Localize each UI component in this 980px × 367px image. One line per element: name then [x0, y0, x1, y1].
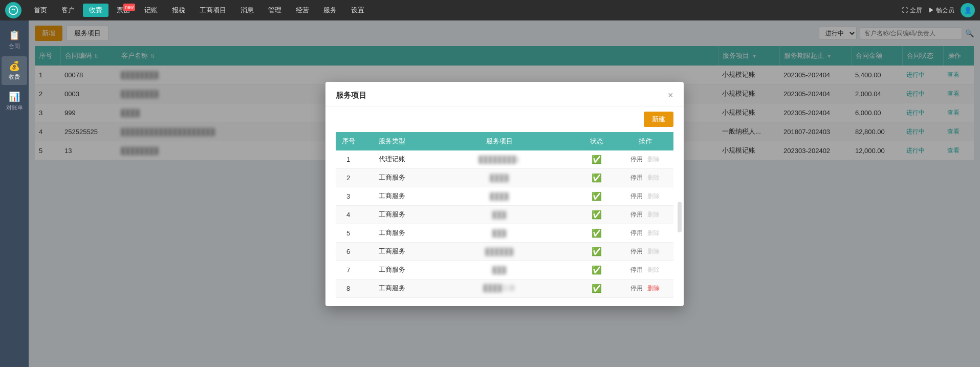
top-nav-right: ⛶ 全屏 ▶ 畅会员 👤 — [902, 3, 975, 17]
modal-cell-item: ██████ — [423, 242, 576, 261]
modal-cell-action[interactable]: 停用 删除 — [617, 224, 673, 242]
stop-button[interactable]: 停用 — [630, 174, 643, 181]
delete-button: 删除 — [647, 192, 660, 200]
modal-cell-action[interactable]: 停用 删除 — [617, 168, 673, 187]
stop-button[interactable]: 停用 — [630, 192, 643, 200]
status-check-icon: ✅ — [592, 247, 602, 256]
modal-col-status: 状态 — [576, 132, 617, 150]
sidebar-label-reconcile: 对账单 — [6, 104, 23, 112]
modal-cell-status: ✅ — [576, 205, 617, 224]
nav-settings[interactable]: 设置 — [345, 4, 371, 17]
modal-cell-type: 工商服务 — [361, 168, 423, 187]
modal-cell-status: ✅ — [576, 224, 617, 242]
nav-invoice[interactable]: 票据 new — [111, 4, 136, 17]
delete-button: 删除 — [647, 266, 660, 273]
modal-table-row: 4 工商服务 ███ ✅ 停用 删除 — [336, 205, 673, 224]
modal-col-action: 操作 — [617, 132, 673, 150]
member-btn[interactable]: ▶ 畅会员 — [928, 6, 954, 15]
modal-cell-item: ████████1 — [423, 150, 576, 169]
nav-service[interactable]: 服务 — [317, 4, 343, 17]
delete-button: 删除 — [647, 211, 660, 218]
status-check-icon: ✅ — [592, 266, 602, 274]
modal-cell-status: ✅ — [576, 242, 617, 261]
sidebar-item-fees[interactable]: 💰 收费 — [2, 56, 27, 85]
modal-cell-action[interactable]: 停用 删除 — [617, 205, 673, 224]
modal-cell-type: 工商服务 — [361, 205, 423, 224]
modal-cell-seq: 6 — [336, 242, 361, 261]
modal-table-row: 5 工商服务 ███ ✅ 停用 删除 — [336, 224, 673, 242]
modal-cell-status: ✅ — [576, 187, 617, 205]
modal-cell-status: ✅ — [576, 150, 617, 169]
modal-close-button[interactable]: × — [668, 90, 673, 101]
stop-button[interactable]: 停用 — [630, 229, 643, 236]
fullscreen-btn[interactable]: ⛶ 全屏 — [902, 6, 922, 15]
modal-cell-action[interactable]: 停用 删除 — [617, 261, 673, 279]
modal-table-row: 2 工商服务 ████ ✅ 停用 删除 — [336, 168, 673, 187]
avatar: 👤 — [961, 3, 975, 17]
modal-cell-seq: 7 — [336, 261, 361, 279]
nav-operations[interactable]: 经营 — [290, 4, 315, 17]
nav-msg[interactable]: 消息 — [234, 4, 260, 17]
stop-button[interactable]: 停用 — [630, 211, 643, 218]
sidebar-item-contract[interactable]: 📋 合同 — [2, 26, 27, 54]
status-check-icon: ✅ — [592, 210, 602, 219]
modal-table-row: 7 工商服务 ███ ✅ 停用 删除 — [336, 261, 673, 279]
nav-customer[interactable]: 客户 — [55, 4, 81, 17]
modal-cell-seq: 5 — [336, 224, 361, 242]
nav-tax[interactable]: 报税 — [166, 4, 191, 17]
modal-cell-status: ✅ — [576, 261, 617, 279]
nav-home[interactable]: 首页 — [28, 4, 53, 17]
modal-overlay: 服务项目 × 新建 序号 服务类型 服务项目 状态 — [29, 20, 980, 367]
delete-button: 删除 — [647, 248, 660, 255]
scrollbar[interactable] — [678, 202, 682, 232]
modal-cell-action[interactable]: 停用 删除 — [617, 242, 673, 261]
modal-cell-type: 工商服务 — [361, 187, 423, 205]
modal-cell-seq: 4 — [336, 205, 361, 224]
stop-button[interactable]: 停用 — [630, 248, 643, 255]
status-check-icon: ✅ — [592, 229, 602, 238]
modal-cell-action[interactable]: 停用 删除 — [617, 150, 673, 169]
modal-cell-type: 工商服务 — [361, 242, 423, 261]
nav-bookkeeping[interactable]: 记账 — [138, 4, 164, 17]
modal-cell-type: 工商服务 — [361, 261, 423, 279]
modal-cell-action[interactable]: 停用 删除 — [617, 187, 673, 205]
modal-col-item: 服务项目 — [423, 132, 576, 150]
service-modal: 服务项目 × 新建 序号 服务类型 服务项目 状态 — [325, 82, 684, 306]
status-check-icon: ✅ — [592, 192, 602, 201]
modal-cell-type: 代理记账 — [361, 150, 423, 169]
modal-cell-action[interactable]: 停用 删除 — [617, 279, 673, 297]
modal-cell-item: ███ — [423, 261, 576, 279]
nav-manage[interactable]: 管理 — [262, 4, 288, 17]
sidebar-label-fees: 收费 — [9, 73, 20, 81]
modal-cell-seq: 2 — [336, 168, 361, 187]
modal-cell-type: 工商服务 — [361, 279, 423, 297]
status-check-icon: ✅ — [592, 284, 602, 293]
modal-cell-item: ████注册 — [423, 279, 576, 297]
modal-toolbar: 新建 — [325, 106, 684, 132]
modal-table-wrap[interactable]: 序号 服务类型 服务项目 状态 操作 1 代理记账 ████████1 ✅ 停用… — [325, 132, 684, 306]
modal-table: 序号 服务类型 服务项目 状态 操作 1 代理记账 ████████1 ✅ 停用… — [336, 132, 673, 298]
delete-button[interactable]: 删除 — [647, 285, 660, 292]
modal-title: 服务项目 — [336, 91, 366, 100]
layout: 📋 合同 💰 收费 📊 对账单 新增 服务项目 进行中 已完成 已终止 🔍 — [0, 20, 980, 367]
delete-button: 删除 — [647, 229, 660, 236]
stop-button[interactable]: 停用 — [630, 156, 643, 163]
stop-button[interactable]: 停用 — [630, 285, 643, 292]
svg-point-0 — [9, 6, 18, 15]
delete-button: 删除 — [647, 156, 660, 163]
delete-button: 删除 — [647, 174, 660, 181]
sidebar-item-reconcile[interactable]: 📊 对账单 — [2, 87, 27, 116]
modal-cell-item: ████ — [423, 168, 576, 187]
nav-fees[interactable]: 收费 — [83, 4, 108, 17]
modal-table-row: 8 工商服务 ████注册 ✅ 停用 删除 — [336, 279, 673, 297]
modal-header: 服务项目 × — [325, 82, 684, 106]
modal-cell-type: 工商服务 — [361, 224, 423, 242]
top-nav: 首页 客户 收费 票据 new 记账 报税 工商项目 消息 管理 经营 服务 设… — [0, 0, 980, 20]
status-check-icon: ✅ — [592, 155, 602, 164]
nav-biz[interactable]: 工商项目 — [193, 4, 232, 17]
stop-button[interactable]: 停用 — [630, 266, 643, 273]
modal-col-type: 服务类型 — [361, 132, 423, 150]
logo — [5, 2, 21, 18]
modal-new-button[interactable]: 新建 — [644, 112, 673, 127]
modal-cell-status: ✅ — [576, 168, 617, 187]
